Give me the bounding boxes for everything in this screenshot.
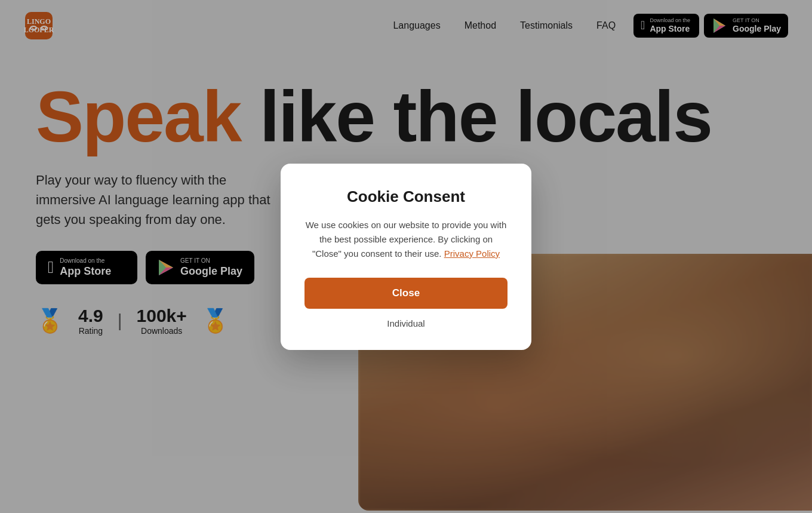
modal-body: We use cookies on our website to provide… (304, 218, 508, 261)
privacy-policy-link[interactable]: Privacy Policy (444, 248, 500, 259)
modal-close-button[interactable]: Close (304, 278, 508, 309)
modal-title: Cookie Consent (304, 188, 508, 206)
modal-individual-button[interactable]: Individual (304, 318, 508, 328)
cookie-modal: Cookie Consent We use cookies on our web… (281, 164, 531, 350)
modal-overlay: Cookie Consent We use cookies on our web… (0, 0, 812, 513)
